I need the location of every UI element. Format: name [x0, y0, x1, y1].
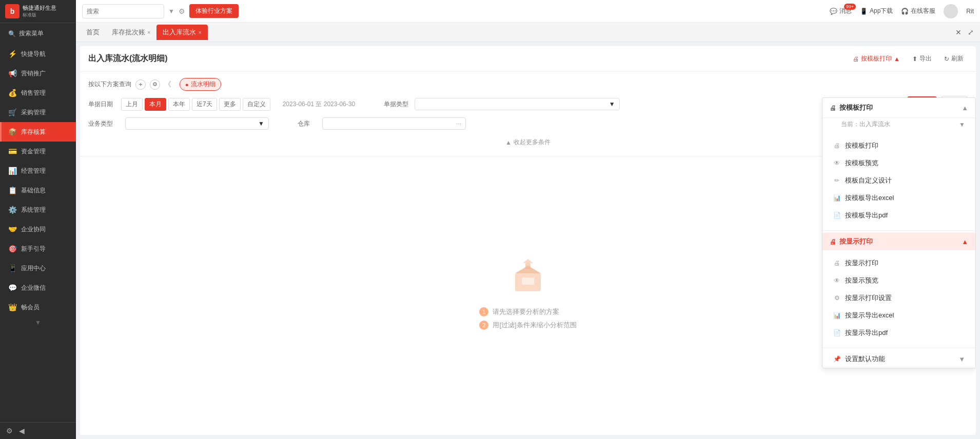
topbar-dropdown-chevron-icon[interactable]: ▼ [168, 8, 174, 15]
sidebar-label-inventory: 库存核算 [21, 128, 46, 136]
date-tag-this-year[interactable]: 本年 [168, 98, 190, 111]
dropdown-template-pdf-btn[interactable]: 📄 按模板导出pdf [822, 207, 975, 224]
empty-step-2: 2 用[过滤]条件来缩小分析范围 [479, 321, 576, 330]
sidebar-item-app-center[interactable]: 📱 应用中心 [0, 258, 76, 278]
sidebar-item-quick-nav[interactable]: ⚡ 快捷导航 [0, 44, 76, 64]
tab-home[interactable]: 首页 [80, 25, 106, 40]
app-name-block: 畅捷通好生意 标准版 [23, 4, 56, 18]
tabbar-right: ✕ ⤢ [953, 27, 976, 37]
message-btn[interactable]: 💬 消息 99+ [830, 7, 852, 15]
default-fn-icon: 📌 [833, 355, 841, 363]
disp-settings-icon: ⚙ [833, 294, 841, 302]
chevron-up-icon: ▲ [505, 139, 512, 146]
current-template-chevron-icon[interactable]: ▼ [959, 121, 965, 128]
topbar-gear-icon[interactable]: ⚙ [179, 7, 185, 15]
dropdown-template-items: 🖨 按模板打印 👁 按模板预览 ✏ 模板自定义设计 📊 按模板导出excel 📄 [822, 133, 975, 228]
purchase-icon: 🛒 [8, 108, 17, 117]
tab-batch[interactable]: 库存批次账 × [106, 25, 156, 40]
tab-flow-close-icon[interactable]: × [198, 29, 201, 35]
dropdown-header-chevron-icon[interactable]: ▲ [962, 104, 968, 112]
online-service-btn[interactable]: 🎧 在线客服 [901, 7, 935, 15]
user-avatar[interactable] [944, 4, 958, 18]
warehouse-select[interactable]: ··· [322, 117, 466, 130]
date-tag-this-month[interactable]: 本月 [145, 98, 166, 111]
sidebar-item-finance[interactable]: 💳 资金管理 [0, 142, 76, 161]
sidebar-item-members[interactable]: 👑 畅会员 [0, 297, 76, 317]
default-fn-chevron-icon: ▼ [958, 355, 965, 363]
tab-close-all-btn[interactable]: ✕ [953, 27, 964, 37]
tab-expand-btn[interactable]: ⤢ [966, 27, 976, 37]
dropdown-template-preview-btn[interactable]: 👁 按模板预览 [822, 154, 975, 172]
sidebar-item-marketing[interactable]: 📢 营销推广 [0, 64, 76, 83]
basic-icon: 📋 [8, 186, 17, 195]
print-btn[interactable]: 🖨 按模板打印 ▲ [849, 52, 904, 65]
members-icon: 👑 [8, 303, 17, 312]
dropdown-current-item: 当前：出入库流水 ▼ [822, 118, 975, 133]
warehouse-more-icon[interactable]: ··· [456, 120, 461, 127]
dropdown-display-pdf-btn[interactable]: 📄 按显示导出pdf [822, 324, 975, 342]
export-icon: ⬆ [912, 55, 917, 63]
refresh-btn[interactable]: ↻ 刷新 [940, 52, 968, 65]
dropdown-display-print-btn[interactable]: 🖨 按显示打印 [822, 254, 975, 272]
sidebar-item-system[interactable]: ⚙️ 系统管理 [0, 200, 76, 220]
date-tag-more[interactable]: 更多 [219, 98, 241, 111]
filter-settings-btn[interactable]: ⚙ [150, 79, 160, 90]
active-filter-chip[interactable]: ● 流水明细 [180, 78, 221, 91]
footer-collapse-btn[interactable]: ◀ [19, 427, 25, 435]
topbar-search-input[interactable] [82, 4, 164, 18]
sidebar-item-wechat[interactable]: 💬 企业微信 [0, 278, 76, 297]
footer-settings-btn[interactable]: ⚙ [6, 427, 13, 435]
biz-type-select[interactable]: ▼ [125, 117, 269, 130]
page-content: 出入库流水(流水明细) 🖨 按模板打印 ▲ ⬆ 导出 ↻ 刷新 [80, 46, 976, 435]
sidebar-item-inventory[interactable]: 📦 库存核算 [0, 122, 76, 142]
date-tag-custom[interactable]: 自定义 [243, 98, 270, 111]
sidebar-label-quick-nav: 快捷导航 [21, 50, 46, 58]
sales-icon: 💰 [8, 88, 17, 97]
refresh-icon: ↻ [944, 55, 949, 63]
sidebar-item-purchase[interactable]: 🛒 采购管理 [0, 103, 76, 122]
print-chevron-up-icon: ▲ [894, 55, 900, 63]
dropdown-default-fn-btn[interactable]: 📌 设置默认功能 ▼ [822, 350, 975, 368]
filter-add-btn[interactable]: + [135, 79, 146, 90]
warehouse-label: 仓库 [298, 119, 310, 128]
finance-icon: 💳 [8, 147, 17, 156]
date-tag-7days[interactable]: 近7天 [192, 98, 217, 111]
sidebar-item-operations[interactable]: 📊 经营管理 [0, 161, 76, 181]
doc-type-select[interactable]: ▼ [415, 98, 620, 110]
app-download-btn[interactable]: 📱 App下载 [860, 7, 893, 15]
display-section-chevron-icon[interactable]: ▲ [962, 238, 968, 246]
service-label: 在线客服 [911, 7, 935, 15]
biz-type-label: 业务类型 [88, 119, 113, 128]
dropdown-display-settings-btn[interactable]: ⚙ 按显示打印设置 [822, 289, 975, 307]
dropdown-template-print-btn[interactable]: 🖨 按模板打印 [822, 137, 975, 154]
sidebar-label-wechat: 企业微信 [21, 284, 46, 292]
sidebar-item-sales[interactable]: 💰 销售管理 [0, 83, 76, 103]
print-dropdown-panel: 🖨 按模板打印 ▲ 当前：出入库流水 ▼ 🖨 按模板打印 👁 按模板预览 [822, 97, 976, 368]
tab-flow[interactable]: 出入库流水 × [156, 25, 207, 40]
filter-collapse-btn[interactable]: 《 [164, 80, 171, 89]
empty-step-1: 1 请先选择要分析的方案 [479, 307, 576, 316]
sidebar-item-guide[interactable]: 🎯 新手引导 [0, 239, 76, 258]
sidebar-item-cooperation[interactable]: 🤝 企业协同 [0, 220, 76, 239]
trial-btn[interactable]: 体验行业方案 [189, 4, 239, 18]
phone-icon: 📱 [860, 8, 868, 15]
inventory-icon: 📦 [8, 127, 17, 136]
sidebar-label-operations: 经营管理 [21, 167, 46, 175]
tab-batch-close-icon[interactable]: × [147, 29, 150, 35]
page-header: 出入库流水(流水明细) 🖨 按模板打印 ▲ ⬆ 导出 ↻ 刷新 [80, 46, 976, 72]
disp-settings-label: 按显示打印设置 [845, 293, 892, 303]
date-tag-last-month[interactable]: 上月 [121, 98, 143, 111]
date-filter-label: 单据日期 [88, 100, 113, 109]
topbar-right: 💬 消息 99+ 📱 App下载 🎧 在线客服 Rit [830, 4, 974, 18]
tpl-custom-icon: ✏ [833, 176, 841, 185]
dropdown-display-excel-btn[interactable]: 📊 按显示导出excel [822, 307, 975, 324]
tpl-pdf-icon: 📄 [833, 211, 841, 220]
dropdown-template-custom-btn[interactable]: ✏ 模板自定义设计 [822, 172, 975, 189]
dropdown-template-excel-btn[interactable]: 📊 按模板导出excel [822, 189, 975, 207]
date-filter-tags: 上月 本月 本年 近7天 更多 自定义 [121, 98, 270, 111]
search-menu-btn[interactable]: 🔍 搜索菜单 [5, 27, 71, 40]
sidebar-item-basic[interactable]: 📋 基础信息 [0, 181, 76, 200]
tab-home-label: 首页 [86, 28, 100, 37]
export-btn[interactable]: ⬆ 导出 [908, 52, 936, 65]
dropdown-display-preview-btn[interactable]: 👁 按显示预览 [822, 272, 975, 289]
